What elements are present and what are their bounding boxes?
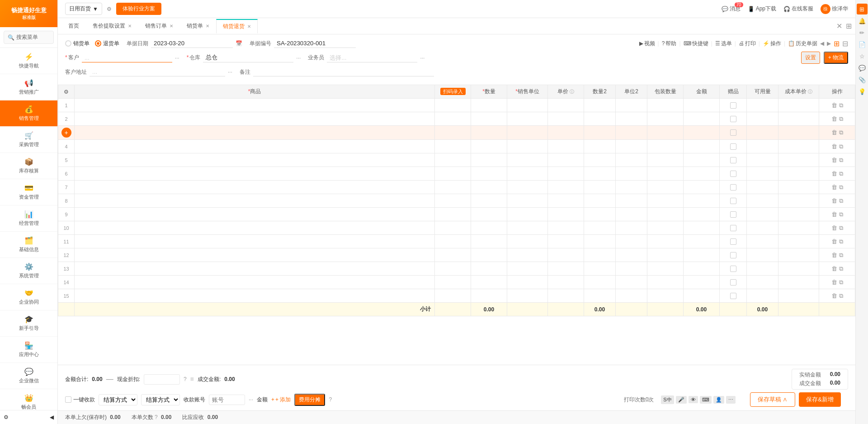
settings-gear-icon[interactable]: ⚙ [107,6,112,12]
warehouse-more-icon[interactable]: ··· [296,55,301,61]
collapse-icon[interactable]: ◀ [50,414,54,420]
copy-icon[interactable]: ⧉ [839,211,843,218]
save-new-button[interactable]: 保存&新增 [799,392,841,407]
select-btn[interactable]: ☰ 选单 [715,40,732,48]
date-input[interactable] [151,39,233,48]
right-panel-bell-icon[interactable]: 🔔 [857,15,868,26]
delete-icon[interactable]: 🗑 [831,157,837,164]
tab-close-all-icon[interactable]: ✕ [836,22,842,30]
gift-checkbox[interactable] [730,293,736,299]
online-service-button[interactable]: 🎧 在线客服 [783,5,813,13]
salesperson-input[interactable] [327,53,417,62]
sidebar-item-shortcuts[interactable]: ⚡ 快捷导航 [0,48,57,74]
user-profile[interactable]: 徐 徐泽华 [821,4,848,14]
fee-help-icon[interactable]: ? [329,396,332,403]
copy-icon[interactable]: ⧉ [839,157,843,164]
tab-close-sales-order[interactable]: ✕ [170,24,173,29]
tab-close-sales-delivery[interactable]: ✕ [206,24,209,29]
remark-input[interactable] [253,67,434,76]
right-panel-edit-icon[interactable]: ✏ [857,27,868,38]
nav-next-icon[interactable]: ▶ [827,40,831,47]
help-btn[interactable]: ? 帮助 [662,40,677,48]
sidebar-item-inventory[interactable]: 📦 库存核算 [0,153,57,179]
messages-button[interactable]: 💬 消息 70 [722,5,741,13]
tab-close-price-setting[interactable]: ✕ [128,24,132,29]
delete-icon[interactable]: 🗑 [831,115,837,123]
sidebar-item-operations[interactable]: 📊 经营管理 [0,205,57,232]
account-input[interactable] [209,395,245,405]
gift-checkbox-active[interactable] [730,129,736,136]
right-panel-doc-icon[interactable]: 📄 [857,39,868,50]
sidebar-item-system[interactable]: ⚙️ 系统管理 [0,258,57,284]
tab-home[interactable]: 首页 [61,19,86,33]
customer-input[interactable] [82,53,172,62]
nav-prev-icon[interactable]: ◀ [820,40,824,47]
fee-split-button[interactable]: 费用分摊 [294,394,325,406]
copy-icon[interactable]: ⧉ [839,102,843,109]
tab-price-setting[interactable]: 售价提取设置 ✕ [86,19,138,33]
delete-icon[interactable]: 🗑 [831,224,837,232]
gift-checkbox[interactable] [730,143,736,150]
copy-icon[interactable]: ⧉ [839,143,843,150]
product-cell-active[interactable] [75,126,435,140]
operate-btn[interactable]: ⚡ 操作 [763,40,781,48]
tab-close-sales-return[interactable]: ✕ [247,24,251,29]
cash-discount-input[interactable] [144,374,180,385]
gift-checkbox[interactable] [730,252,736,258]
product-cell[interactable] [75,99,435,112]
warehouse-input[interactable] [203,53,293,62]
gift-checkbox[interactable] [730,171,736,177]
addr-more-icon[interactable]: ··· [228,69,232,75]
logistics-button[interactable]: + 物流 [824,52,848,64]
search-menu-button[interactable]: 🔍 搜索菜单 [4,31,54,44]
account-more-icon[interactable]: ··· [249,396,253,403]
sidebar-item-sales[interactable]: 💰 销售管理 [0,100,57,127]
right-panel-star-icon[interactable]: ☆ [857,51,868,62]
one-click-payment-checkbox[interactable]: 一键收款 [65,396,95,404]
calendar-icon[interactable]: 📅 [236,40,242,47]
product-input[interactable] [77,129,432,136]
delete-icon[interactable]: 🗑 [831,238,837,245]
tab-grid-icon[interactable]: ⊞ [846,22,852,30]
sidebar-item-wechat[interactable]: 💬 企业微信 [0,363,57,389]
add-payment-button[interactable]: + + 添加 [271,396,291,404]
doc-num-input[interactable] [274,39,356,48]
add-row-cell[interactable]: + [58,126,75,140]
table-view-icon[interactable]: ⊞ [834,39,840,48]
sidebar-item-basic[interactable]: 🗂️ 基础信息 [0,232,57,258]
help-icon-debt[interactable]: ? [155,414,158,420]
gift-checkbox[interactable] [730,211,736,218]
right-panel-table-icon[interactable]: ⊞ [857,4,868,14]
delete-icon[interactable]: 🗑 [831,129,837,136]
delete-icon[interactable]: 🗑 [831,292,837,300]
copy-icon[interactable]: ⧉ [839,279,843,286]
delete-icon[interactable]: 🗑 [831,279,837,286]
card-view-icon[interactable]: ⊟ [842,39,848,48]
tab-sales-order[interactable]: 销售订单 ✕ [138,19,180,33]
copy-icon[interactable]: ⧉ [839,238,843,245]
add-row-button[interactable]: + [61,128,71,138]
gift-checkbox[interactable] [730,238,736,245]
delete-icon[interactable]: 🗑 [831,197,837,205]
experience-button[interactable]: 体验行业方案 [116,3,161,15]
delete-icon[interactable]: 🗑 [831,252,837,259]
customer-more-icon[interactable]: ··· [175,55,179,61]
help-icon[interactable]: ? [184,376,187,382]
history-btn[interactable]: 📋 历史单据 [788,40,817,48]
setting-button[interactable]: 设置 [801,52,820,64]
gift-checkbox[interactable] [730,279,736,286]
company-dropdown[interactable]: 日用百货 ▼ [65,3,102,15]
video-btn[interactable]: ▶ 视频 [639,40,655,48]
right-panel-attach-icon[interactable]: 📎 [857,74,868,85]
salesperson-more-icon[interactable]: ··· [420,55,425,61]
shortcut-btn[interactable]: ⌨ 快捷键 [684,40,708,48]
product-cell[interactable] [75,112,435,126]
delete-icon[interactable]: 🗑 [831,265,837,272]
right-panel-chat-icon[interactable]: 💬 [857,62,868,73]
settings-icon[interactable]: ⚙ [4,414,9,420]
col-settings[interactable]: ⚙ [58,85,75,99]
copy-icon[interactable]: ⧉ [839,184,843,191]
right-panel-bulb-icon[interactable]: 💡 [857,86,868,97]
scan-btn[interactable]: 扫码录入 [440,88,466,95]
copy-icon[interactable]: ⧉ [839,224,843,232]
